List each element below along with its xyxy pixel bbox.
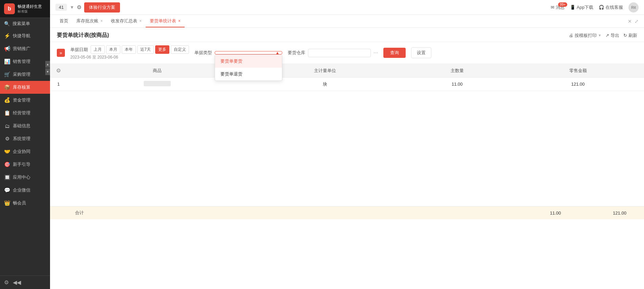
tab-summary[interactable]: 收发存汇总表 × [107, 15, 146, 27]
cell-no: 1 [50, 77, 67, 91]
date-btn-up[interactable]: 上月 [91, 45, 105, 54]
type-label: 单据类型 [194, 50, 212, 56]
main-content: 41 ▼ ⚙ 体验行业方案 ✉ 消息 99+ 📱 App下载 🎧 在线客服 Ri… [50, 0, 644, 289]
tab-close-all-icon[interactable]: ✕ [628, 19, 632, 24]
sidebar-item-finance[interactable]: 💰 资金管理 [0, 94, 50, 107]
export-icon: ↗ [605, 33, 609, 38]
wechat-icon: 💬 [4, 187, 10, 193]
sidebar-item-marketing[interactable]: 📢 营销推广 [0, 42, 50, 55]
sidebar-item-label: 新手引导 [13, 161, 30, 168]
account-id: 41 [55, 4, 67, 11]
footer-qty: 11.00 [539, 210, 572, 216]
sidebar-item-appstore[interactable]: 🔲 应用中心 [0, 171, 50, 184]
filter-bar: » 单据日期 上月 本月 本年 近7天 更多 自定义 2023-05-0 [50, 42, 644, 64]
sidebar-item-label: 快捷导航 [13, 33, 30, 39]
sidebar-scroll-up[interactable]: ▲ [45, 61, 50, 68]
date-btn-7days[interactable]: 近7天 [137, 45, 154, 54]
sidebar-item-quick-nav[interactable]: ⚡ 快捷导航 [0, 29, 50, 42]
collapse-icon[interactable]: ◀◀ [13, 279, 21, 286]
tab-goods-stats-label: 要货单统计表 [150, 18, 176, 24]
date-btn-current[interactable]: 本月 [106, 45, 120, 54]
print-dropdown-icon[interactable]: ▼ [598, 34, 601, 37]
online-service-label: 在线客服 [605, 4, 623, 10]
date-btn-year[interactable]: 本年 [122, 45, 136, 54]
user-avatar[interactable]: Rit [628, 2, 639, 13]
data-table: ⚙ 商品 主计量单位 主数量 零售金额 1 [50, 64, 644, 91]
sidebar-item-wechat[interactable]: 💬 企业微信 [0, 184, 50, 197]
sidebar-item-purchase[interactable]: 🛒 采购管理 [0, 68, 50, 81]
sidebar-item-basic[interactable]: 🗂 基础信息 [0, 119, 50, 132]
sales-icon: 📊 [4, 59, 10, 65]
topbar: 41 ▼ ⚙ 体验行业方案 ✉ 消息 99+ 📱 App下载 🎧 在线客服 Ri… [50, 0, 644, 15]
page-content: 要货单统计表(按商品) 🖨 按模板打印 ▼ ↗ 导出 ↻ 刷新 [50, 28, 644, 289]
date-btns: 上月 本月 本年 近7天 更多 自定义 [91, 45, 189, 54]
tab-expand-icon[interactable]: ⤢ [635, 19, 639, 24]
page-header-actions: 🖨 按模板打印 ▼ ↗ 导出 ↻ 刷新 [569, 32, 637, 39]
dropdown-item-return[interactable]: 要货单退货 [215, 68, 282, 81]
date-btn-custom[interactable]: 自定义 [171, 45, 189, 54]
sidebar-item-label: 销售管理 [13, 59, 30, 65]
sidebar-item-operations[interactable]: 📋 经营管理 [0, 107, 50, 119]
account-dropdown-arrow[interactable]: ▼ [70, 5, 74, 10]
messages-btn[interactable]: ✉ 消息 99+ [551, 4, 565, 10]
warehouse-input[interactable] [308, 49, 371, 57]
table-gear-icon[interactable]: ⚙ [56, 68, 61, 73]
refresh-label: 刷新 [628, 32, 637, 39]
topbar-right: ✉ 消息 99+ 📱 App下载 🎧 在线客服 Rit [551, 2, 639, 13]
system-icon: ⚙ [4, 136, 10, 142]
page-inner: 要货单统计表(按商品) 🖨 按模板打印 ▼ ↗ 导出 ↻ 刷新 [50, 28, 644, 289]
basic-icon: 🗂 [4, 123, 10, 129]
footer-amount: 121.00 [599, 210, 640, 216]
trial-btn[interactable]: 体验行业方案 [84, 2, 120, 13]
topbar-gear-icon[interactable]: ⚙ [77, 4, 81, 10]
sidebar-logo: b 畅捷通好生意 标准版 [0, 0, 50, 18]
date-btn-more[interactable]: 更多 [155, 45, 169, 54]
sidebar-item-member[interactable]: 👑 畅会员 [0, 197, 50, 209]
dropdown-item-order[interactable]: 要货单要货 [215, 55, 282, 68]
guide-icon: 🎯 [4, 161, 10, 168]
type-filter-group: 单据类型 ▲ 要货单要货 要货单退货 [194, 50, 282, 56]
tab-home[interactable]: 首页 [55, 15, 72, 27]
tab-batch-close[interactable]: × [100, 19, 103, 23]
sidebar-search[interactable]: 🔍 搜索菜单 [0, 18, 50, 29]
setting-btn[interactable]: 设置 [411, 47, 431, 58]
sidebar-item-label: 畅会员 [13, 200, 26, 206]
headset-icon: 🎧 [599, 5, 604, 10]
col-gear[interactable]: ⚙ [50, 64, 67, 77]
tab-goods-stats[interactable]: 要货单统计表 × [146, 15, 185, 27]
print-btn[interactable]: 🖨 按模板打印 ▼ [569, 32, 601, 39]
date-filter-group: 单据日期 上月 本月 本年 近7天 更多 自定义 2023-05-06 至 20… [70, 45, 189, 60]
table-wrapper: ⚙ 商品 主计量单位 主数量 零售金额 1 [50, 64, 644, 91]
sidebar-scroll-down[interactable]: ▼ [45, 68, 50, 75]
app-logo-icon: b [4, 3, 15, 14]
sidebar-item-system[interactable]: ⚙ 系统管理 [0, 132, 50, 145]
refresh-btn[interactable]: ↻ 刷新 [623, 32, 637, 39]
settings-icon[interactable]: ⚙ [4, 279, 9, 286]
sidebar: b 畅捷通好生意 标准版 🔍 搜索菜单 ⚡ 快捷导航 📢 营销推广 📊 销售管理… [0, 0, 50, 289]
warehouse-label: 要货仓库 [288, 50, 305, 56]
sidebar-item-guide[interactable]: 🎯 新手引导 [0, 158, 50, 171]
expand-filter-btn[interactable]: » [57, 49, 65, 57]
type-select[interactable] [215, 51, 282, 54]
tab-batch[interactable]: 库存批次账 × [72, 15, 107, 27]
warehouse-more-icon[interactable]: ··· [374, 50, 378, 56]
tab-goods-stats-close[interactable]: × [178, 19, 181, 23]
sidebar-search-label: 搜索菜单 [13, 21, 30, 27]
app-download-btn[interactable]: 📱 App下载 [570, 4, 593, 10]
tab-summary-close[interactable]: × [139, 19, 142, 23]
sidebar-item-enterprise[interactable]: 🤝 企业协同 [0, 145, 50, 158]
date-label: 单据日期 [70, 47, 88, 53]
footer-label: 合计 [71, 210, 139, 216]
online-service-btn[interactable]: 🎧 在线客服 [599, 4, 623, 10]
sidebar-item-label: 企业协同 [13, 149, 30, 155]
export-btn[interactable]: ↗ 导出 [605, 32, 619, 39]
sidebar-item-sales[interactable]: 📊 销售管理 [0, 55, 50, 68]
app-logo-text: 畅捷通好生意 标准版 [18, 4, 42, 14]
query-btn[interactable]: 查询 [383, 48, 406, 58]
date-filter-row: 单据日期 上月 本月 本年 近7天 更多 自定义 [70, 45, 189, 54]
sidebar-item-label: 经营管理 [13, 110, 30, 116]
appstore-icon: 🔲 [4, 174, 10, 180]
sidebar-item-label: 应用中心 [13, 174, 30, 180]
sidebar-item-inventory[interactable]: 📦 库存核算 [0, 81, 50, 94]
app-download-label: App下载 [577, 4, 593, 10]
